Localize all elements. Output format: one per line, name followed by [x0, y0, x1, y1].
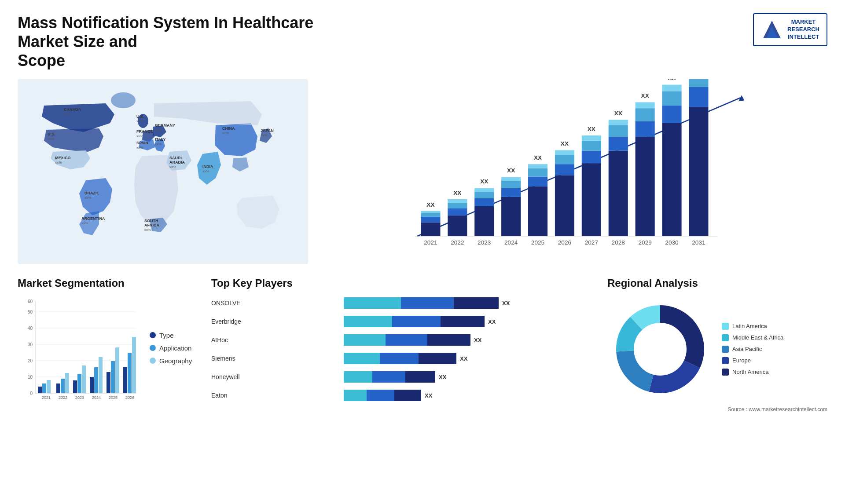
- donut-area: Latin America Middle East & Africa Asia …: [607, 296, 827, 402]
- application-label: Application: [159, 344, 191, 352]
- svg-text:INDIA: INDIA: [202, 164, 213, 169]
- svg-text:30: 30: [28, 342, 33, 347]
- player-row-onsolve: ONSOLVE XX: [211, 296, 599, 310]
- player-name-honeywell: Honeywell: [211, 373, 260, 380]
- key-players-title: Top Key Players: [211, 277, 599, 289]
- page-title: Mass Notification System In Healthcare M…: [18, 13, 326, 70]
- svg-text:2025: 2025: [531, 239, 545, 245]
- logo-text: MARKET RESEARCH INTELLECT: [787, 18, 819, 41]
- svg-text:xx%: xx%: [84, 196, 91, 200]
- europe-color: [722, 357, 729, 364]
- legend-north-america: North America: [722, 369, 783, 376]
- svg-text:2027: 2027: [585, 239, 598, 245]
- svg-rect-87: [636, 137, 655, 236]
- svg-rect-99: [689, 107, 708, 236]
- svg-text:XX: XX: [534, 154, 542, 161]
- svg-text:20: 20: [28, 358, 33, 363]
- svg-rect-47: [448, 203, 467, 208]
- svg-rect-138: [115, 347, 119, 393]
- svg-text:XX: XX: [426, 201, 434, 208]
- svg-text:0: 0: [30, 391, 33, 396]
- svg-text:U.K.: U.K.: [136, 114, 144, 119]
- segmentation-chart-area: 0 10 20 30 40 50 60 2021: [18, 296, 202, 411]
- title-line1: Mass Notification System In Healthcare M…: [18, 14, 313, 51]
- segmentation-legend: Type Application Geography: [150, 296, 192, 365]
- middle-east-color: [722, 334, 729, 341]
- bottom-section: Market Segmentation 0 10 20 30 40 50 60: [18, 277, 827, 413]
- svg-point-174: [636, 325, 684, 373]
- application-dot: [150, 345, 156, 351]
- europe-label: Europe: [732, 357, 751, 364]
- regional-legend: Latin America Middle East & Africa Asia …: [722, 323, 783, 376]
- legend-geography: Geography: [150, 357, 192, 365]
- key-players-section: Top Key Players ONSOLVE XX Everbridge: [211, 277, 599, 413]
- player-row-everbridge: Everbridge XX: [211, 315, 599, 328]
- asia-pacific-color: [722, 346, 729, 353]
- svg-rect-57: [501, 197, 521, 236]
- player-name-onsolve: ONSOLVE: [211, 299, 260, 307]
- svg-rect-51: [474, 206, 494, 236]
- player-row-eaton: Eaton XX: [211, 389, 599, 402]
- svg-rect-65: [528, 168, 547, 176]
- svg-rect-95: [662, 91, 682, 106]
- world-map-container: CANADA xx% U.S. xx% MEXICO xx% BRAZIL xx…: [18, 79, 308, 264]
- svg-text:xx%: xx%: [202, 169, 209, 173]
- player-bar-siemens: XX: [265, 352, 599, 365]
- svg-text:ARABIA: ARABIA: [169, 160, 185, 164]
- player-bar-eaton: XX: [265, 389, 599, 402]
- legend-europe: Europe: [722, 357, 783, 364]
- svg-rect-124: [56, 383, 60, 393]
- legend-application: Application: [150, 344, 192, 352]
- svg-rect-84: [609, 120, 628, 125]
- source-text: Source : www.marketresearchintellect.com: [607, 406, 827, 413]
- svg-rect-75: [582, 163, 601, 236]
- svg-text:xx%: xx%: [81, 221, 88, 225]
- svg-rect-137: [111, 361, 115, 393]
- svg-point-3: [111, 92, 136, 108]
- svg-text:2029: 2029: [638, 239, 651, 245]
- segmentation-section: Market Segmentation 0 10 20 30 40 50 60: [18, 277, 202, 413]
- svg-text:ITALY: ITALY: [155, 137, 166, 142]
- svg-text:2023: 2023: [75, 395, 84, 400]
- north-america-label: North America: [732, 369, 768, 375]
- svg-text:XX: XX: [488, 318, 496, 325]
- growth-chart-container: XX 2021 XX 2022 XX 2023 XX 2024: [321, 79, 827, 264]
- svg-text:XX: XX: [453, 189, 461, 196]
- svg-rect-89: [636, 108, 655, 121]
- svg-text:2024: 2024: [92, 395, 101, 400]
- svg-text:10: 10: [28, 375, 33, 380]
- svg-rect-64: [528, 176, 547, 186]
- svg-text:xx%: xx%: [55, 161, 62, 164]
- svg-rect-134: [99, 357, 103, 393]
- svg-rect-100: [689, 87, 708, 106]
- svg-text:XX: XX: [439, 374, 447, 380]
- svg-text:XX: XX: [502, 300, 510, 307]
- svg-rect-70: [555, 164, 574, 175]
- svg-rect-40: [421, 216, 440, 222]
- svg-rect-141: [128, 353, 132, 393]
- svg-rect-77: [582, 140, 601, 150]
- svg-rect-82: [609, 137, 628, 151]
- donut-chart-svg: [607, 296, 713, 402]
- svg-text:AFRICA: AFRICA: [144, 223, 159, 227]
- svg-rect-78: [582, 135, 601, 141]
- svg-rect-53: [474, 192, 494, 198]
- svg-rect-158: [344, 353, 380, 364]
- svg-text:2025: 2025: [109, 395, 118, 400]
- svg-text:XX: XX: [641, 92, 649, 99]
- svg-text:ARGENTINA: ARGENTINA: [81, 216, 105, 221]
- regional-title: Regional Analysis: [607, 277, 827, 289]
- svg-rect-66: [528, 164, 547, 168]
- player-bar-onsolve: XX: [265, 296, 599, 310]
- svg-text:xx%: xx%: [48, 137, 54, 141]
- svg-rect-59: [501, 181, 521, 188]
- svg-text:50: 50: [28, 310, 33, 314]
- svg-text:XX: XX: [474, 337, 482, 343]
- geography-label: Geography: [159, 357, 192, 365]
- svg-rect-41: [421, 213, 440, 216]
- svg-text:XX: XX: [507, 167, 515, 174]
- svg-rect-133: [94, 367, 98, 393]
- svg-text:2021: 2021: [424, 239, 437, 245]
- svg-text:xx%: xx%: [64, 112, 70, 116]
- logo-icon: [761, 18, 783, 40]
